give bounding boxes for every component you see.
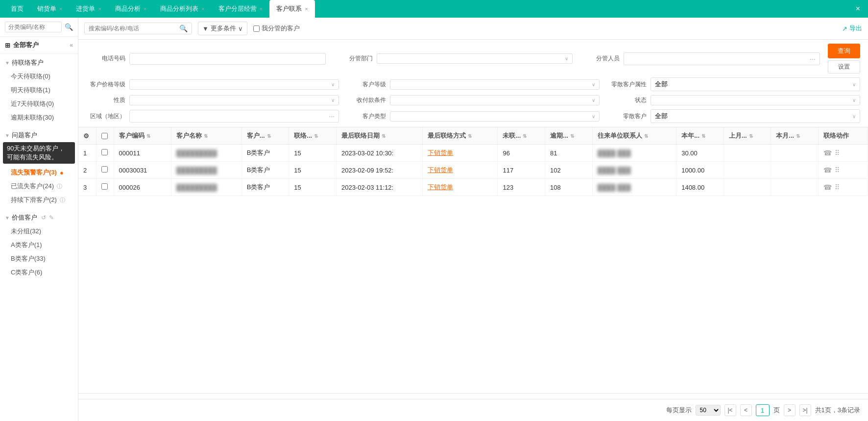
sidebar-item-class-c[interactable]: C类客户(6) — [0, 266, 78, 279]
tab-customer-layering[interactable]: 客户分层经营 × — [212, 0, 269, 18]
my-customers-checkbox-label[interactable]: 我分管的客户 — [253, 24, 300, 33]
first-page-btn[interactable]: |< — [724, 404, 736, 416]
more-action-icon[interactable]: ⠿ — [835, 166, 840, 174]
query-button[interactable]: 查询 — [828, 44, 860, 58]
more-action-icon[interactable]: ⠿ — [835, 183, 840, 191]
filter-nature: 性质 ∨ — [86, 95, 339, 105]
filter-customer-level-select[interactable]: ∨ — [390, 79, 600, 90]
th-last-method[interactable]: 最后联络方式 ⇅ — [422, 127, 498, 145]
tab-purchase-order[interactable]: 进货单 × — [69, 0, 108, 18]
th-uncontacted[interactable]: 未联... ⇅ — [498, 127, 545, 145]
tab-customer-contact[interactable]: 客户联系 × — [269, 0, 314, 18]
th-this-year[interactable]: 本年... ⇅ — [676, 127, 724, 145]
more-action-icon[interactable]: ⠿ — [835, 149, 840, 157]
th-action: 联络动作 — [818, 127, 868, 145]
sidebar-item-declining[interactable]: 持续下滑客户(2) ⓘ — [0, 193, 78, 207]
sidebar-item-tomorrow[interactable]: 明天待联络(1) — [0, 83, 78, 97]
arrow-down-icon: ▼ — [5, 60, 10, 66]
table-header-row: ⚙ 客户编码 ⇅ 客户名称 — [78, 127, 868, 145]
cell-index: 1 — [78, 145, 96, 162]
cell-checkbox[interactable] — [96, 179, 114, 196]
contact-action-icon[interactable]: ☎ — [823, 183, 832, 191]
sidebar-item-overdue[interactable]: 逾期未联络(30) — [0, 111, 78, 124]
contact-action-icon[interactable]: ☎ — [823, 166, 832, 174]
contact-action-icon[interactable]: ☎ — [823, 149, 832, 157]
th-code[interactable]: 客户编码 ⇅ — [114, 127, 171, 145]
filter-price-level-select[interactable]: ∨ — [129, 79, 339, 90]
my-customers-checkbox[interactable] — [253, 25, 260, 32]
sidebar-search-input[interactable] — [5, 22, 62, 32]
th-settings[interactable]: ⚙ — [78, 127, 96, 145]
select-all-checkbox[interactable] — [101, 133, 108, 139]
more-icon[interactable]: ··· — [810, 55, 816, 63]
cell-checkbox[interactable] — [96, 145, 114, 162]
filter-customer-type-select[interactable]: ∨ — [390, 111, 600, 122]
filter-zero-attr-select[interactable]: 全部 ∨ — [651, 77, 860, 91]
sidebar-item-churn-warning[interactable]: 流失预警客户(3) ● — [0, 166, 78, 179]
cell-type: B类客户 — [241, 145, 289, 162]
sidebar-item-class-a[interactable]: A类客户(1) — [0, 238, 78, 252]
th-last-month[interactable]: 上月... ⇅ — [723, 127, 771, 145]
more-region-icon[interactable]: ··· — [329, 112, 335, 120]
close-purchase-order[interactable]: × — [98, 6, 101, 12]
th-unit-contact[interactable]: 往来单位联系人 ⇅ — [592, 127, 676, 145]
tab-product-analysis-list[interactable]: 商品分析列表 × — [153, 0, 211, 18]
filter-region-select[interactable]: ··· — [129, 110, 339, 123]
h-scrollbar[interactable] — [78, 393, 868, 399]
all-customers-item[interactable]: ⊞ 全部客户 « — [0, 37, 78, 54]
edit-icon[interactable]: ✎ — [49, 214, 54, 221]
search-input[interactable] — [89, 25, 176, 32]
cell-checkbox[interactable] — [96, 162, 114, 179]
filter-payment-select[interactable]: ∨ — [390, 95, 600, 105]
churned-info-icon: ⓘ — [57, 183, 62, 190]
sidebar-item-class-b[interactable]: B类客户(33) — [0, 252, 78, 266]
sidebar-search-icon[interactable]: 🔍 — [65, 23, 73, 31]
global-close-btn[interactable]: × — [852, 4, 864, 13]
group-value-customers: ▼ 价值客户 ↺ ✎ 未分组(32) A类客户(1) B类客户(33) C类客户… — [0, 209, 78, 281]
prev-page-btn[interactable]: < — [740, 404, 752, 416]
tab-home[interactable]: 首页 — [4, 0, 30, 18]
tab-sales-order[interactable]: 销货单 × — [30, 0, 69, 18]
filter-manager-select[interactable]: ··· — [624, 52, 820, 65]
group-pending-contact-title[interactable]: ▼ 待联络客户 — [0, 56, 78, 70]
th-name[interactable]: 客户名称 ⇅ — [171, 127, 242, 145]
filter-dept-select[interactable]: ∨ — [377, 53, 573, 64]
content-area: 🔍 ▼ 更多条件 ∨ 我分管的客户 ↗ 导出 电话号码 — [78, 18, 868, 421]
next-page-btn[interactable]: > — [784, 404, 796, 416]
cell-this-year: 1000.00 — [676, 162, 724, 179]
settings-button[interactable]: 设置 — [828, 60, 860, 74]
close-product-analysis-list[interactable]: × — [201, 6, 204, 12]
refresh-icon[interactable]: ↺ — [41, 214, 46, 221]
th-overdue[interactable]: 逾期... ⇅ — [545, 127, 593, 145]
filter-phone-input[interactable] — [129, 53, 326, 65]
tab-product-analysis[interactable]: 商品分析 × — [108, 0, 153, 18]
th-this-month[interactable]: 本月... ⇅ — [771, 127, 819, 145]
th-checkbox[interactable] — [96, 127, 114, 145]
filter-zero-customer-select[interactable]: 全部 ∨ — [651, 109, 860, 123]
filter-nature-select[interactable]: ∨ — [129, 95, 339, 105]
th-type[interactable]: 客户... ⇅ — [241, 127, 289, 145]
sidebar-item-churned[interactable]: 已流失客户(24) ⓘ — [0, 179, 78, 193]
sidebar-item-today[interactable]: 今天待联络(0) — [0, 70, 78, 83]
group-value-customers-title[interactable]: ▼ 价值客户 ↺ ✎ — [0, 211, 78, 224]
close-customer-contact[interactable]: × — [305, 6, 308, 12]
th-last-date[interactable]: 最后联络日期 ⇅ — [336, 127, 422, 145]
close-sales-order[interactable]: × — [59, 6, 62, 12]
last-page-btn[interactable]: >| — [799, 404, 811, 416]
export-btn[interactable]: ↗ 导出 — [842, 24, 862, 33]
row-checkbox[interactable] — [101, 183, 108, 190]
sort-month-icon: ⇅ — [796, 133, 800, 139]
row-checkbox[interactable] — [101, 149, 108, 155]
group-problem-customers-title[interactable]: ▼ 问题客户 — [0, 128, 78, 142]
cell-code: 000011 — [114, 145, 171, 162]
more-filters-btn[interactable]: ▼ 更多条件 ∨ — [198, 22, 247, 35]
row-checkbox[interactable] — [101, 166, 108, 173]
search-btn[interactable]: 🔍 — [179, 25, 188, 32]
per-page-select[interactable]: 50 100 — [696, 405, 721, 416]
close-product-analysis[interactable]: × — [144, 6, 146, 12]
th-contact[interactable]: 联络... ⇅ — [289, 127, 337, 145]
close-customer-layering[interactable]: × — [260, 6, 263, 12]
sidebar-item-ungrouped[interactable]: 未分组(32) — [0, 224, 78, 238]
filter-status-select[interactable]: ∨ — [651, 95, 860, 105]
sidebar-item-7days[interactable]: 近7天待联络(0) — [0, 97, 78, 111]
